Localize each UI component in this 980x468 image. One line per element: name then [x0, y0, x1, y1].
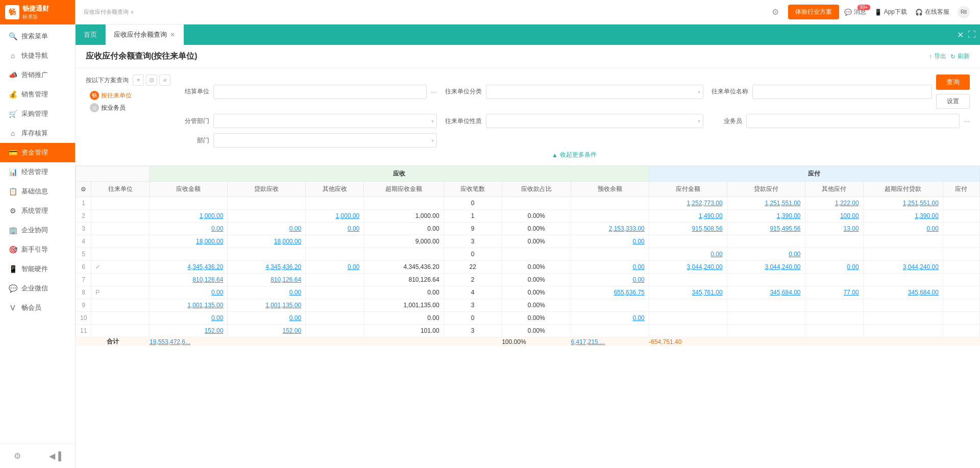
- cell-ap-amount[interactable]: 0.00: [649, 248, 727, 261]
- cell-ar-loan[interactable]: 152.00: [228, 325, 306, 337]
- settlement-dots[interactable]: ···: [431, 88, 437, 96]
- sidebar-collapse-btn[interactable]: ◀▐: [44, 448, 66, 464]
- cell-ap-overdue[interactable]: 1,390.00: [863, 210, 943, 223]
- cell-prepay[interactable]: 0.00: [571, 235, 649, 248]
- scheme-edit-btn[interactable]: ⊙: [146, 75, 157, 86]
- cell-ap-amount[interactable]: 345,761.00: [649, 286, 727, 299]
- cell-ar-other[interactable]: 0.00: [306, 261, 364, 274]
- cell-ap-amount[interactable]: 1,490.00: [649, 210, 727, 223]
- service-btn[interactable]: 🎧 在线客服: [915, 8, 949, 16]
- settlement-unit-input[interactable]: [213, 85, 427, 99]
- tab-close-icon[interactable]: ✕: [170, 31, 175, 38]
- tab-close-btn[interactable]: ✕: [957, 30, 964, 40]
- cell-ap-loan[interactable]: 915,495.56: [727, 223, 805, 235]
- sidebar-item-sales[interactable]: 💰 销售管理: [0, 85, 75, 104]
- scheme-add-btn[interactable]: +: [133, 75, 144, 86]
- sidebar-item-wechat[interactable]: 💬 企业微信: [0, 279, 75, 298]
- cell-ar-amount[interactable]: 152.00: [150, 325, 228, 337]
- msg-btn[interactable]: 💬 消息 99+: [844, 8, 866, 16]
- cell-ap-loan[interactable]: 1,390.00: [727, 210, 805, 223]
- cell-ap-other[interactable]: 1,222.00: [805, 197, 863, 210]
- sidebar-item-system[interactable]: ⚙ 系统管理: [0, 201, 75, 220]
- footer-prepay[interactable]: 6,417,215....: [571, 337, 649, 347]
- cell-ar-loan[interactable]: 1,001,135.00: [228, 299, 306, 312]
- salesperson-input[interactable]: [746, 114, 960, 128]
- sidebar-item-purchase[interactable]: 🛒 采购管理: [0, 104, 75, 124]
- th-ar-group: 应收: [150, 166, 649, 182]
- cell-ar-loan[interactable]: 0.00: [228, 223, 306, 235]
- cell-ap-loan[interactable]: 0.00: [727, 248, 805, 261]
- cell-unit: P: [91, 286, 150, 299]
- cell-ar-loan[interactable]: 810,126.64: [228, 274, 306, 286]
- cell-ar-other[interactable]: 1,000.00: [306, 210, 364, 223]
- app-download-btn[interactable]: 📱 App下载: [874, 8, 907, 16]
- cell-ap-loan[interactable]: 1,251,551.00: [727, 197, 805, 210]
- cell-prepay[interactable]: 0.00: [571, 274, 649, 286]
- cell-ar-amount[interactable]: 810,126.64: [150, 274, 228, 286]
- unit-name-input[interactable]: [752, 85, 932, 99]
- cell-ap-amount[interactable]: 915,508.56: [649, 223, 727, 235]
- tab-arquery[interactable]: 应收应付余额查询 ✕: [106, 24, 184, 45]
- cell-ar-amount[interactable]: 4,345,436.20: [150, 261, 228, 274]
- scheme-by-unit[interactable]: 畅 按往来单位: [90, 91, 170, 100]
- sidebar-item-hardware[interactable]: 📱 智能硬件: [0, 259, 75, 279]
- sidebar-settings-btn[interactable]: ⚙: [9, 448, 26, 464]
- cell-prepay[interactable]: 0.00: [571, 312, 649, 325]
- sidebar-item-marketing[interactable]: 📣 营销推广: [0, 65, 75, 85]
- tab-home[interactable]: 首页: [76, 24, 106, 45]
- cell-ap-amount[interactable]: 1,252,773.00: [649, 197, 727, 210]
- sidebar-item-enterprise[interactable]: 🏢 企业协同: [0, 220, 75, 240]
- cell-ar-amount[interactable]: 0.00: [150, 312, 228, 325]
- cell-ar-amount[interactable]: 1,001,135.00: [150, 299, 228, 312]
- setting-button[interactable]: 设置: [936, 94, 970, 109]
- export-button[interactable]: ↑ 导出: [929, 52, 946, 61]
- cell-ar-amount[interactable]: 18,000.00: [150, 235, 228, 248]
- query-button[interactable]: 查询: [936, 75, 970, 90]
- footer-ar-total[interactable]: 19,553,472,6...: [150, 337, 228, 347]
- cell-ar-loan[interactable]: 0.00: [228, 312, 306, 325]
- sidebar-item-member[interactable]: V 畅会员: [0, 298, 75, 317]
- unit-category-select[interactable]: [486, 85, 703, 99]
- promo-button[interactable]: 体验行业方案: [788, 5, 839, 19]
- cell-ar-loan[interactable]: 4,345,436.20: [228, 261, 306, 274]
- tab-maximize-btn[interactable]: ⛶: [968, 30, 976, 39]
- sidebar-item-search[interactable]: 🔍 搜索菜单: [0, 27, 75, 46]
- cell-ap-loan[interactable]: 3,044,240.00: [727, 261, 805, 274]
- cell-ar-amount[interactable]: 0.00: [150, 223, 228, 235]
- cell-ap-overdue[interactable]: 1,251,551.00: [863, 197, 943, 210]
- dept-select[interactable]: [213, 133, 437, 147]
- sidebar-item-quicknav[interactable]: ⌂ 快捷导航: [0, 46, 75, 65]
- salesperson-dots[interactable]: ···: [964, 117, 970, 125]
- dept-manage-select[interactable]: [213, 114, 437, 128]
- cell-ar-loan[interactable]: 18,000.00: [228, 235, 306, 248]
- refresh-button[interactable]: ↻ 刷新: [950, 52, 970, 61]
- sidebar-item-capital[interactable]: 💳 资金管理: [0, 143, 75, 162]
- cell-prepay[interactable]: 655,636.75: [571, 286, 649, 299]
- cell-ap-overdue[interactable]: 0.00: [863, 223, 943, 235]
- sidebar-item-inventory[interactable]: ⌂ 库存核算: [0, 124, 75, 143]
- cell-ap-other[interactable]: 0.00: [805, 261, 863, 274]
- cell-ar-other[interactable]: 0.00: [306, 223, 364, 235]
- cell-ap-overdue[interactable]: 3,044,240.00: [863, 261, 943, 274]
- th-settings[interactable]: ⚙: [76, 182, 91, 197]
- unit-nature-select[interactable]: [486, 114, 703, 128]
- cell-ar-loan[interactable]: 0.00: [228, 286, 306, 299]
- cell-ar-amount[interactable]: 1,000.00: [150, 210, 228, 223]
- cell-ap-loan[interactable]: 345,684.00: [727, 286, 805, 299]
- cell-ar-amount[interactable]: 0.00: [150, 286, 228, 299]
- cell-prepay[interactable]: 0.00: [571, 261, 649, 274]
- sidebar-item-operation[interactable]: 📊 经营管理: [0, 162, 75, 182]
- sidebar-item-guide[interactable]: 🎯 新手引导: [0, 240, 75, 259]
- cell-ap-other[interactable]: 77.00: [805, 286, 863, 299]
- user-menu[interactable]: Rit: [958, 6, 972, 18]
- cell-ap-other[interactable]: 13.00: [805, 223, 863, 235]
- cell-ap-other[interactable]: 100.00: [805, 210, 863, 223]
- sidebar-item-basic[interactable]: 📋 基础信息: [0, 182, 75, 201]
- cell-prepay[interactable]: 2,153,333.00: [571, 223, 649, 235]
- cell-ap-overdue[interactable]: 345,684.00: [863, 286, 943, 299]
- scheme-collapse-btn[interactable]: «: [159, 75, 170, 86]
- collapse-more-btn[interactable]: ▲ 收起更多条件: [179, 151, 970, 159]
- gear-icon[interactable]: ⚙: [772, 7, 779, 17]
- scheme-by-staff[interactable]: ⊙ 按业务员: [90, 103, 170, 112]
- cell-ap-amount[interactable]: 3,044,240.00: [649, 261, 727, 274]
